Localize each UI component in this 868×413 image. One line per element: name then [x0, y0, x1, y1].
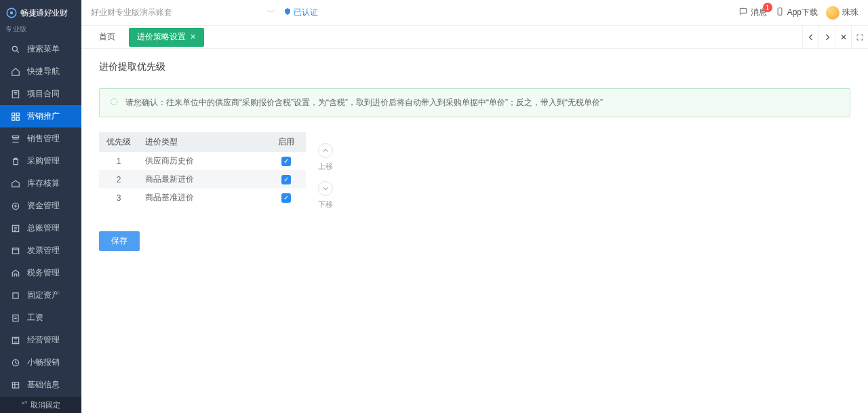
- tab-next-button[interactable]: [819, 26, 835, 49]
- sidebar-item-9[interactable]: 发票管理: [0, 239, 81, 262]
- menu-label: 经营管理: [27, 334, 60, 346]
- menu-label: 搜索菜单: [27, 43, 60, 55]
- sidebar-item-11[interactable]: 固定资产: [0, 284, 81, 307]
- brand-sub: 专业版: [0, 24, 81, 34]
- content: 进价提取优先级 请您确认：往来单位中的供应商“采购报价含税”设置，为“含税”，取…: [81, 49, 868, 413]
- verified-label: 已认证: [294, 7, 318, 18]
- move-down-label: 下移: [318, 199, 333, 210]
- notice: 请您确认：往来单位中的供应商“采购报价含税”设置，为“含税”，取到进价后将自动带…: [99, 88, 850, 117]
- cell-type: 商品最新进价: [138, 170, 267, 189]
- cell-priority: 1: [99, 152, 138, 170]
- tab-active[interactable]: 进价策略设置 ✕: [129, 28, 204, 47]
- tenant-name: 好业财专业版演示账套: [91, 7, 172, 18]
- message-icon: [738, 7, 748, 18]
- menu-label: 发票管理: [27, 245, 60, 256]
- sidebar-item-1[interactable]: 快捷导航: [0, 60, 81, 83]
- tab-home-label: 首页: [99, 31, 115, 43]
- tab-home[interactable]: 首页: [91, 28, 123, 47]
- fullscreen-button[interactable]: [852, 26, 868, 49]
- brand-name: 畅捷通好业财: [20, 7, 67, 19]
- move-controls: 上移 下移: [318, 132, 333, 210]
- col-type: 进价类型: [138, 132, 267, 152]
- cell-priority: 2: [99, 170, 138, 189]
- menu-label: 销售管理: [27, 133, 60, 144]
- cell-type: 供应商历史价: [138, 152, 267, 170]
- checkbox-checked-icon[interactable]: ✓: [281, 175, 291, 184]
- sidebar-pin-toggle[interactable]: 取消固定: [0, 397, 81, 413]
- cell-priority: 3: [99, 189, 138, 207]
- svg-point-19: [111, 98, 117, 104]
- menu-icon: [11, 45, 20, 54]
- svg-rect-5: [16, 113, 19, 115]
- page-title: 进价提取优先级: [99, 61, 850, 73]
- sidebar-item-14[interactable]: 小畅报销: [0, 351, 81, 374]
- svg-rect-6: [12, 117, 15, 120]
- svg-rect-4: [12, 113, 15, 115]
- shield-icon: [283, 7, 292, 18]
- sidebar-item-13[interactable]: 经营管理: [0, 329, 81, 351]
- svg-rect-13: [12, 337, 18, 343]
- menu-label: 工资: [27, 312, 43, 323]
- info-icon: [109, 97, 119, 109]
- col-priority: 优先级: [99, 132, 138, 152]
- sidebar-item-6[interactable]: 库存核算: [0, 172, 81, 195]
- menu-icon: [11, 380, 20, 390]
- menu-icon: [11, 246, 20, 256]
- sidebar-item-4[interactable]: 销售管理: [0, 127, 81, 150]
- sidebar-item-5[interactable]: 采购管理: [0, 150, 81, 172]
- move-up-button[interactable]: [318, 143, 333, 158]
- pin-icon: [21, 401, 28, 409]
- menu-icon: [11, 179, 20, 189]
- sidebar-item-10[interactable]: 税务管理: [0, 262, 81, 284]
- cell-enable: ✓: [267, 170, 306, 189]
- menu-icon: [11, 336, 20, 345]
- col-enable: 启用: [267, 132, 306, 152]
- sidebar-item-15[interactable]: 基础信息: [0, 374, 81, 396]
- tab-prev-button[interactable]: [803, 26, 819, 49]
- tenant-selector[interactable]: 好业财专业版演示账套 ﹀: [91, 7, 275, 18]
- checkbox-checked-icon[interactable]: ✓: [281, 157, 291, 166]
- tab-close-all-button[interactable]: ✕: [835, 26, 852, 49]
- svg-point-2: [12, 46, 17, 51]
- user-menu[interactable]: 珠珠: [826, 6, 859, 20]
- chevron-down-icon: ﹀: [267, 7, 275, 18]
- messages-button[interactable]: 消息 1: [738, 7, 767, 18]
- sidebar-item-3[interactable]: 营销推广: [0, 105, 81, 127]
- close-icon[interactable]: ✕: [190, 33, 196, 41]
- menu-label: 项目合同: [27, 88, 60, 100]
- menu-label: 营销推广: [27, 111, 60, 122]
- phone-icon: [775, 7, 785, 18]
- sidebar-item-8[interactable]: 总账管理: [0, 217, 81, 239]
- table-row[interactable]: 3商品基准进价✓: [99, 189, 306, 207]
- menu-label: 小畅报销: [27, 357, 60, 368]
- sidebar-menu: 搜索菜单快捷导航项目合同营销推广销售管理采购管理库存核算资金管理总账管理发票管理…: [0, 35, 81, 413]
- cell-enable: ✓: [267, 152, 306, 170]
- menu-icon: [11, 224, 20, 233]
- save-button[interactable]: 保存: [99, 231, 140, 251]
- svg-rect-10: [12, 248, 18, 253]
- move-down-button[interactable]: [318, 181, 333, 196]
- sidebar-item-0[interactable]: 搜索菜单: [0, 38, 81, 60]
- menu-icon: [11, 358, 20, 368]
- menu-label: 固定资产: [27, 290, 60, 301]
- table-row[interactable]: 2商品最新进价✓: [99, 170, 306, 189]
- sidebar-item-2[interactable]: 项目合同: [0, 83, 81, 105]
- menu-label: 快捷导航: [27, 66, 60, 77]
- menu-icon: [11, 112, 20, 121]
- main: 好业财专业版演示账套 ﹀ 已认证 消息 1 Ap: [81, 0, 868, 413]
- svg-point-18: [779, 14, 780, 14]
- menu-label: 总账管理: [27, 222, 60, 234]
- user-name: 珠珠: [842, 7, 859, 18]
- menu-icon: [11, 157, 20, 166]
- app-download-button[interactable]: App下载: [775, 7, 818, 18]
- sidebar-item-12[interactable]: 工资: [0, 307, 81, 329]
- move-up-label: 上移: [318, 161, 333, 172]
- checkbox-checked-icon[interactable]: ✓: [281, 193, 291, 203]
- tabs: 首页 进价策略设置 ✕: [81, 26, 204, 48]
- sidebar-item-7[interactable]: 资金管理: [0, 195, 81, 217]
- menu-icon: [11, 201, 20, 211]
- svg-rect-7: [16, 117, 19, 120]
- sidebar: 畅捷通好业财 专业版 搜索菜单快捷导航项目合同营销推广销售管理采购管理库存核算资…: [0, 0, 81, 413]
- menu-label: 税务管理: [27, 267, 60, 279]
- table-row[interactable]: 1供应商历史价✓: [99, 152, 306, 170]
